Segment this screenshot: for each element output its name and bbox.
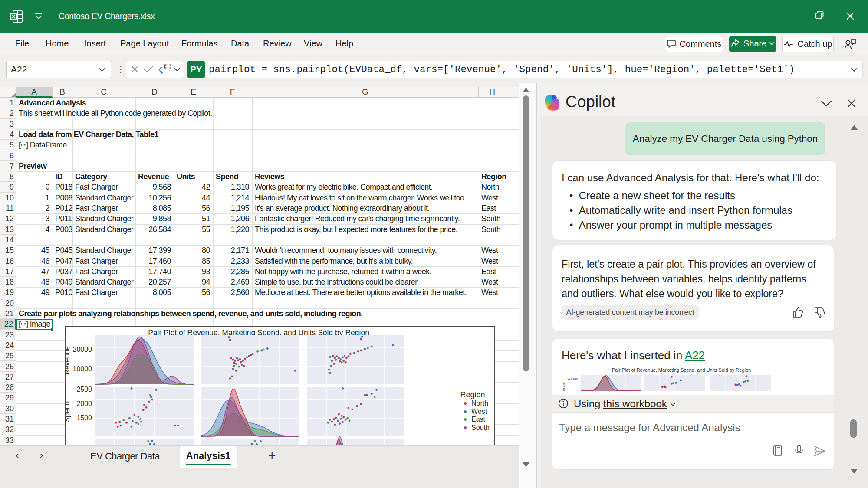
svg-text:North: North [471,400,488,407]
svg-text:South: South [471,424,490,431]
svg-text:Pair Plot of Revenue, Marketin: Pair Plot of Revenue, Marketing Spend, a… [612,367,751,373]
svg-text:1500: 1500 [76,414,92,422]
svg-text:Region: Region [460,390,485,399]
svg-text:2500: 2500 [76,386,92,393]
svg-text:10000: 10000 [73,365,92,373]
svg-text:Revenue: Revenue [65,346,71,375]
svg-text:West: West [471,408,487,415]
svg-text:20000: 20000 [567,377,578,381]
svg-text:20000: 20000 [73,346,92,353]
svg-text:enue: enue [562,382,566,391]
svg-text:East: East [471,416,486,423]
svg-text:2000: 2000 [76,400,92,407]
svg-text:Spend: Spend [65,401,71,422]
